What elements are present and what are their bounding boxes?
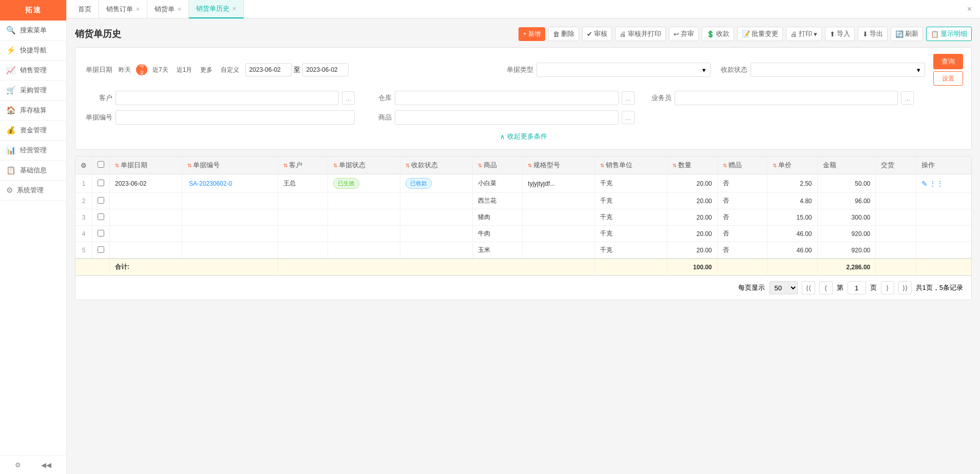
date-from-input[interactable] — [245, 63, 292, 76]
collapse-button[interactable]: ∧ 收起更多条件 — [498, 130, 549, 143]
date-today[interactable]: 今天 — [136, 64, 147, 75]
edit-icon-1[interactable]: ✎ — [921, 180, 928, 188]
sidebar-item-quick-nav[interactable]: ⚡ 快捷导航 — [0, 41, 66, 61]
tab-sales-history[interactable]: 销货单历史 × — [189, 0, 244, 18]
row-num-4: 4 — [75, 226, 92, 242]
th-customer[interactable]: ⇅ 客户 — [278, 156, 328, 174]
th-doc-no[interactable]: ⇅ 单据编号 — [182, 156, 278, 174]
collect-button[interactable]: 💲 收款 — [702, 27, 734, 41]
row-doc-status-1: 已生效 — [328, 174, 400, 193]
sidebar-item-search-menu[interactable]: 🔍 搜索菜单 — [0, 21, 66, 41]
page-number-input[interactable] — [848, 281, 866, 294]
row-checkbox-3[interactable] — [92, 209, 110, 226]
sidebar: 拓速 🔍 搜索菜单 ⚡ 快捷导航 📈 销售管理 🛒 采购管理 🏠 库存核算 💰 … — [0, 0, 67, 474]
row-checkbox-1[interactable] — [92, 174, 110, 193]
th-unit-price[interactable]: ⇅ 单价 — [767, 156, 817, 174]
row-payment-status-1: 已收款 — [400, 174, 472, 193]
row-amount-2: 96.00 — [817, 193, 876, 209]
th-spec[interactable]: ⇅ 规格型号 — [523, 156, 595, 174]
last-page-button[interactable]: ⟩⟩ — [898, 281, 912, 294]
settings-button[interactable]: 设置 — [933, 71, 963, 86]
table-row: 1 2023-06-02 SA-20230602-0 王总 已生效 已收款 小白… — [75, 174, 971, 193]
row-doc-status-5 — [328, 242, 400, 259]
filter-row-1: 单据日期 昨天 今天 近7天 近1月 更多 自定义 至 — [84, 54, 963, 86]
sidebar-item-operation[interactable]: 📊 经营管理 — [0, 141, 66, 161]
tab-sales-goods-close[interactable]: × — [178, 6, 181, 13]
customer-picker-button[interactable]: ... — [342, 91, 355, 105]
th-gift[interactable]: ⇅ 赠品 — [717, 156, 767, 174]
th-quantity[interactable]: ⇅ 数量 — [667, 156, 717, 174]
close-all-tabs-button[interactable]: × — [963, 5, 976, 14]
th-doc-date[interactable]: ⇅ 单据日期 — [110, 156, 182, 174]
abandon-button[interactable]: ↩ 弃审 — [669, 27, 699, 41]
prev-page-button[interactable]: ⟨ — [819, 281, 833, 294]
date-custom[interactable]: 自定义 — [218, 65, 242, 75]
salesperson-picker-button[interactable]: ... — [901, 91, 914, 105]
first-page-button[interactable]: ⟨⟨ — [802, 281, 815, 294]
customer-input[interactable] — [116, 91, 339, 105]
sidebar-item-purchase-mgmt[interactable]: 🛒 采购管理 — [0, 81, 66, 101]
date-to-input[interactable] — [302, 63, 349, 76]
refresh-button[interactable]: 🔄 刷新 — [891, 27, 923, 41]
show-detail-button[interactable]: 📋 显示明细 — [926, 27, 972, 41]
row-gift-1: 否 — [717, 174, 767, 193]
date-7days[interactable]: 近7天 — [149, 65, 171, 75]
sidebar-item-sales-mgmt[interactable]: 📈 销售管理 — [0, 61, 66, 81]
query-button[interactable]: 查询 — [933, 54, 963, 69]
row-checkbox-5[interactable] — [92, 242, 110, 259]
sidebar-item-system-mgmt[interactable]: ⚙ 系统管理 — [0, 181, 66, 201]
doc-no-input[interactable] — [116, 110, 355, 125]
import-button[interactable]: ⬆ 导入 — [825, 27, 855, 41]
page-size-select[interactable]: 50 100 200 — [769, 281, 798, 294]
doc-type-select[interactable]: ▾ — [536, 63, 711, 77]
warehouse-input[interactable] — [395, 91, 618, 105]
th-goods[interactable]: ⇅ 商品 — [472, 156, 522, 174]
row-action-1[interactable]: ✎ ⋮⋮ — [916, 174, 971, 193]
row-unit-4: 千克 — [595, 226, 667, 242]
warehouse-picker-button[interactable]: ... — [622, 91, 635, 105]
select-all-checkbox[interactable] — [98, 161, 104, 168]
row-spec-2 — [523, 193, 595, 209]
tab-home[interactable]: 首页 — [71, 0, 99, 18]
export-button[interactable]: ⬇ 导出 — [858, 27, 888, 41]
row-doc-no-1[interactable]: SA-20230602-0 — [182, 174, 278, 193]
batch-icon: 📝 — [742, 30, 750, 38]
payment-status-select[interactable]: ▾ — [751, 63, 925, 77]
tab-sales-order-close[interactable]: × — [136, 6, 140, 13]
row-action-3 — [916, 209, 971, 226]
tab-sales-order[interactable]: 销售订单 × — [99, 0, 147, 18]
new-button[interactable]: + 新增 — [518, 27, 545, 41]
sidebar-item-basic-info[interactable]: 📋 基础信息 — [0, 161, 66, 181]
more-icon-1[interactable]: ⋮⋮ — [929, 180, 944, 188]
print-button[interactable]: 🖨 打印 ▾ — [786, 27, 822, 41]
next-page-button[interactable]: ⟩ — [881, 281, 894, 294]
th-checkbox[interactable] — [92, 156, 110, 174]
tab-sales-goods[interactable]: 销货单 × — [147, 0, 189, 18]
sidebar-collapse-icon[interactable]: ◀◀ — [41, 461, 51, 469]
review-print-button[interactable]: 🖨 审核并打印 — [615, 27, 666, 41]
date-1month[interactable]: 近1月 — [174, 65, 196, 75]
goods-picker-button[interactable]: ... — [622, 111, 635, 124]
sidebar-item-finance[interactable]: 💰 资金管理 — [0, 121, 66, 141]
sidebar-item-inventory[interactable]: 🏠 库存核算 — [0, 101, 66, 121]
th-payment-status[interactable]: ⇅ 收款状态 — [400, 156, 472, 174]
table-row: 3 猪肉 千克 20.00 否 15.00 300.00 — [75, 209, 971, 226]
review-button[interactable]: ✔ 审核 — [582, 27, 612, 41]
date-yesterday[interactable]: 昨天 — [116, 65, 134, 75]
batch-change-button[interactable]: 📝 批量变更 — [737, 27, 783, 41]
delete-button[interactable]: 🗑 删除 — [548, 27, 579, 41]
salesperson-input[interactable] — [675, 91, 898, 105]
collapse-row: ∧ 收起更多条件 — [84, 130, 963, 143]
th-unit[interactable]: ⇅ 销售单位 — [595, 156, 667, 174]
goods-input[interactable] — [395, 110, 618, 125]
tab-sales-history-close[interactable]: × — [233, 5, 236, 12]
row-checkbox-2[interactable] — [92, 193, 110, 209]
row-checkbox-4[interactable] — [92, 226, 110, 242]
sidebar-settings-icon[interactable]: ⚙ — [15, 461, 21, 469]
th-doc-status[interactable]: ⇅ 单据状态 — [328, 156, 400, 174]
customer-sort-icon: ⇅ — [283, 163, 287, 168]
th-settings[interactable]: ⚙ — [75, 156, 92, 174]
row-unit-5: 千克 — [595, 242, 667, 259]
row-goods-2: 西兰花 — [472, 193, 522, 209]
date-more[interactable]: 更多 — [197, 65, 216, 75]
